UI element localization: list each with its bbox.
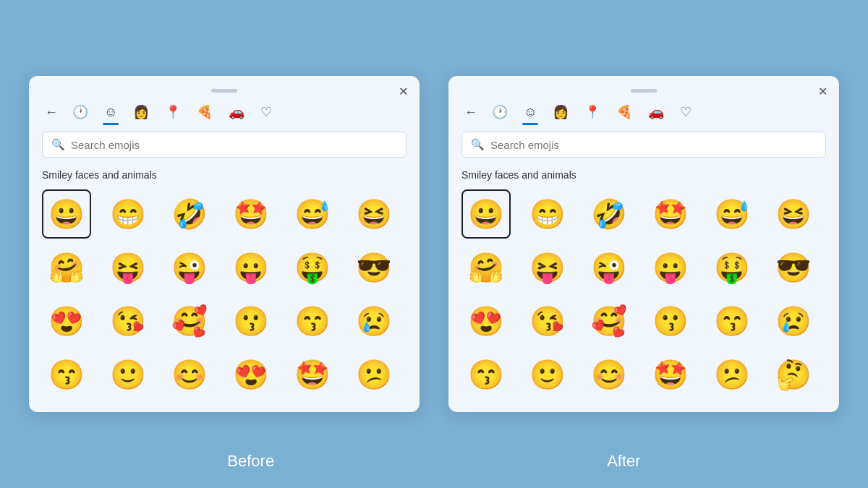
search-bar: 🔍 [461,132,826,158]
emoji-cell[interactable]: 😢 [349,296,399,346]
nav-icon-travel[interactable]: 🚗 [227,103,246,121]
drag-handle [211,89,237,93]
emoji-cell[interactable]: 😎 [769,243,818,292]
nav-icon-recent[interactable]: 🕐 [71,103,90,121]
search-input[interactable] [490,139,817,151]
emoji-grid: 😀😁🤣🤩😅😆🤗😝😜😛🤑😎😍😘🥰😗😙😢😙🙂😊😍🤩😕 [42,189,407,399]
emoji-cell[interactable]: 😆 [769,189,818,239]
emoji-cell[interactable]: 🤗 [42,243,91,292]
emoji-cell[interactable]: 😙 [42,350,91,399]
emoji-cell[interactable]: 🤑 [288,243,337,292]
emoji-cell[interactable]: 😍 [42,296,91,346]
emoji-cell[interactable]: 😙 [461,350,511,399]
emoji-cell[interactable]: 😁 [103,189,153,239]
back-button[interactable]: ← [45,105,58,120]
panel-wrapper-before: ✕←🕐☺👩📍🍕🚗♡🔍Smiley faces and animals😀😁🤣🤩😅😆… [29,76,420,412]
search-icon: 🔍 [471,138,485,151]
emoji-cell[interactable]: 😜 [165,243,214,292]
emoji-cell[interactable]: 😍 [461,296,511,346]
emoji-cell[interactable]: 😕 [707,350,757,399]
nav-icon-heart[interactable]: ♡ [259,103,273,121]
section-title: Smiley faces and animals [42,169,407,181]
emoji-cell[interactable]: 🤩 [646,189,695,239]
nav-icon-heart[interactable]: ♡ [678,103,693,121]
emoji-cell[interactable]: 😕 [349,350,399,399]
emoji-cell[interactable]: 😆 [349,189,399,239]
emoji-cell[interactable]: 😊 [584,350,634,399]
emoji-picker-before: ✕←🕐☺👩📍🍕🚗♡🔍Smiley faces and animals😀😁🤣🤩😅😆… [29,76,420,412]
emoji-cell[interactable]: 😘 [103,296,153,346]
emoji-picker-after: ✕←🕐☺👩📍🍕🚗♡🔍Smiley faces and animals😀😁🤣🤩😅😆… [448,76,839,412]
nav-icon-food[interactable]: 🍕 [195,103,214,121]
close-button[interactable]: ✕ [399,86,408,98]
emoji-cell[interactable]: 😍 [226,350,276,399]
emoji-cell[interactable]: 🙂 [103,350,153,399]
emoji-cell[interactable]: 😙 [288,296,337,346]
after-label: After [607,452,640,471]
nav-icons: 🕐☺👩📍🍕🚗♡ [490,103,693,121]
emoji-cell[interactable]: 😀 [461,189,511,239]
close-button[interactable]: ✕ [818,86,827,98]
nav-icons: 🕐☺👩📍🍕🚗♡ [71,103,273,121]
nav-icon-food[interactable]: 🍕 [615,103,634,121]
emoji-grid: 😀😁🤣🤩😅😆🤗😝😜😛🤑😎😍😘🥰😗😙😢😙🙂😊🤩😕🤔 [461,189,826,399]
panels-row: ✕←🕐☺👩📍🍕🚗♡🔍Smiley faces and animals😀😁🤣🤩😅😆… [29,76,839,412]
nav-icon-people[interactable]: 👩 [132,103,150,121]
search-icon: 🔍 [51,138,65,151]
emoji-cell[interactable]: 😁 [523,189,572,239]
emoji-cell[interactable]: 🤣 [584,189,634,239]
emoji-cell[interactable]: 😝 [103,243,153,292]
emoji-cell[interactable]: 😎 [349,243,399,292]
emoji-cell[interactable]: 🤔 [769,350,818,399]
drag-handle [631,89,657,93]
emoji-cell[interactable]: 😀 [42,189,91,239]
emoji-cell[interactable]: 😝 [523,243,572,292]
back-button[interactable]: ← [464,105,477,120]
picker-nav: ←🕐☺👩📍🍕🚗♡ [42,103,407,121]
emoji-cell[interactable]: 🤑 [707,243,757,292]
emoji-cell[interactable]: 😊 [165,350,214,399]
nav-icon-nature[interactable]: 📍 [163,103,182,121]
section-title: Smiley faces and animals [461,169,826,181]
nav-icon-travel[interactable]: 🚗 [647,103,665,121]
emoji-cell[interactable]: 🙂 [523,350,572,399]
emoji-cell[interactable]: 😢 [769,296,818,346]
emoji-cell[interactable]: 😅 [288,189,337,239]
emoji-cell[interactable]: 🤗 [461,243,511,292]
emoji-cell[interactable]: 🤩 [226,189,276,239]
panel-wrapper-after: ✕←🕐☺👩📍🍕🚗♡🔍Smiley faces and animals😀😁🤣🤩😅😆… [448,76,839,412]
emoji-cell[interactable]: 😛 [646,243,695,292]
picker-nav: ←🕐☺👩📍🍕🚗♡ [461,103,826,121]
emoji-cell[interactable]: 😙 [707,296,757,346]
emoji-cell[interactable]: 🤩 [288,350,337,399]
emoji-cell[interactable]: 😘 [523,296,572,346]
emoji-cell[interactable]: 🥰 [584,296,634,346]
emoji-cell[interactable]: 🤩 [646,350,695,399]
emoji-cell[interactable]: 😜 [584,243,634,292]
nav-icon-recent[interactable]: 🕐 [490,103,509,121]
emoji-cell[interactable]: 😗 [646,296,695,346]
nav-icon-smiley[interactable]: ☺ [103,103,119,121]
search-input[interactable] [71,139,397,151]
emoji-cell[interactable]: 😛 [226,243,276,292]
emoji-cell[interactable]: 😅 [707,189,757,239]
nav-icon-people[interactable]: 👩 [551,103,570,121]
emoji-cell[interactable]: 🤣 [165,189,214,239]
search-bar: 🔍 [42,132,407,158]
nav-icon-nature[interactable]: 📍 [583,103,602,121]
nav-icon-smiley[interactable]: ☺ [522,103,538,121]
emoji-cell[interactable]: 😗 [226,296,276,346]
before-label: Before [227,452,274,471]
emoji-cell[interactable]: 🥰 [165,296,214,346]
